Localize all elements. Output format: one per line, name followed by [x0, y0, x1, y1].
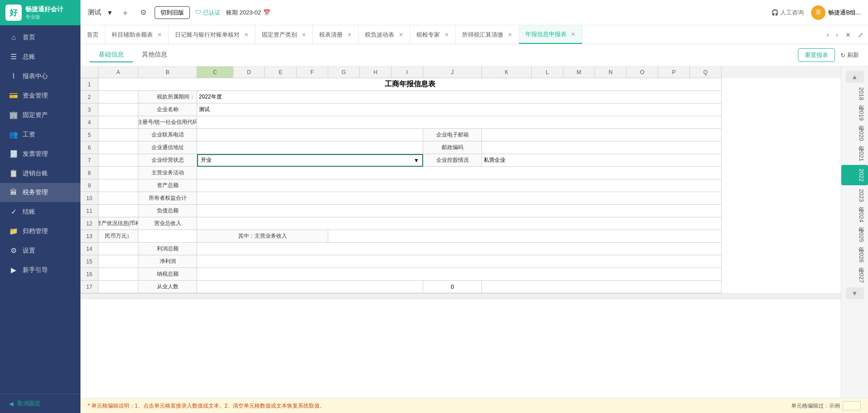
col-header-N[interactable]: N	[595, 66, 627, 78]
year-item-2022年[interactable]: 2022年	[841, 165, 868, 185]
cell-r16-B[interactable]: 纳税总额	[138, 268, 197, 281]
cell-r7-C[interactable]: 开业 ▼	[197, 154, 423, 167]
topbar-dropdown[interactable]: ▼	[107, 9, 113, 16]
col-header-C[interactable]: C	[197, 66, 233, 78]
col-header-O[interactable]: O	[627, 66, 658, 78]
cell-r12-A[interactable]: 企业资产状况信息(币种：人	[99, 217, 138, 230]
tab-close-icon[interactable]: ✕	[302, 32, 306, 38]
tab-expand-btn[interactable]: ⤢	[855, 29, 866, 40]
cell-r15-B[interactable]: 净利润	[138, 255, 197, 268]
cell-r2-B[interactable]: 税款所属期间：	[138, 91, 197, 103]
form-tab-基础信息[interactable]: 基础信息	[90, 48, 133, 62]
year-item-2020年[interactable]: 2020年	[841, 124, 868, 145]
cell-r2-A[interactable]	[99, 91, 138, 103]
col-header-L[interactable]: L	[532, 66, 563, 78]
cell-r17-B[interactable]: 从业人数	[138, 281, 197, 293]
cell-r6-C[interactable]	[197, 141, 423, 154]
cell-r15-C[interactable]	[197, 255, 722, 268]
title-cell[interactable]: 工商年报信息表	[99, 78, 722, 91]
cell-r14-B[interactable]: 利润总额	[138, 243, 197, 255]
horizontal-scrollbar[interactable]	[80, 293, 841, 300]
cell-r13-G[interactable]	[328, 230, 722, 243]
cell-r4-C[interactable]	[197, 116, 722, 129]
cell-r5-A[interactable]	[99, 129, 138, 141]
tab-4[interactable]: 税表清册✕	[313, 25, 359, 44]
cell-r16-C[interactable]	[197, 268, 722, 281]
cell-r5-C[interactable]	[197, 129, 423, 141]
cell-r9-B[interactable]: 资产总额	[138, 179, 197, 192]
tab-close-icon[interactable]: ✕	[571, 31, 576, 38]
calendar-icon[interactable]: 📅	[263, 9, 270, 16]
tab-close-icon[interactable]: ✕	[244, 32, 249, 38]
cell-r5-B[interactable]: 企业联系电话	[138, 129, 197, 141]
tab-close-icon[interactable]: ✕	[157, 32, 162, 38]
col-header-E[interactable]: E	[265, 66, 297, 78]
cell-r4-A[interactable]	[99, 116, 138, 129]
cell-r15-A[interactable]	[99, 255, 138, 268]
service-btn[interactable]: 🎧 人工咨询	[771, 9, 804, 17]
cell-r9-A[interactable]	[99, 179, 138, 192]
tab-0[interactable]: 首页	[80, 25, 105, 44]
col-header-A[interactable]: A	[99, 66, 138, 78]
cell-r13-C[interactable]: 其中：主营业务收入	[197, 230, 328, 243]
cell-r6-A[interactable]	[99, 141, 138, 154]
tab-prev-btn[interactable]: ‹	[824, 29, 832, 40]
col-header-D[interactable]: D	[233, 66, 265, 78]
col-header-K[interactable]: K	[482, 66, 532, 78]
tab-close-icon[interactable]: ✕	[399, 32, 403, 38]
cell-r6-J[interactable]: 邮政编码	[423, 141, 482, 154]
cell-r7-J[interactable]: 企业控股情况	[423, 154, 482, 167]
cell-r12-C[interactable]	[197, 217, 722, 230]
sidebar-item-发票管理[interactable]: 🧾发票管理	[0, 144, 80, 164]
sidebar-item-工资[interactable]: 👥工资	[0, 125, 80, 144]
sidebar-item-总账[interactable]: ☰总账	[0, 47, 80, 66]
sidebar-item-税务管理[interactable]: 🏛税务管理	[0, 183, 80, 202]
year-item-2018年[interactable]: 2018年	[841, 84, 868, 104]
cell-r17-K[interactable]	[482, 281, 722, 293]
sidebar-item-归档管理[interactable]: 📁归档管理	[0, 221, 80, 241]
cell-r8-B[interactable]: 主营业务活动	[138, 167, 197, 179]
cell-r7-K[interactable]: 私营企业	[482, 154, 722, 167]
col-header-J[interactable]: J	[423, 66, 482, 78]
cell-r3-A[interactable]	[99, 103, 138, 116]
cell-r7-B[interactable]: 企业经营状态	[138, 154, 197, 167]
tab-next-btn[interactable]: ›	[833, 29, 841, 40]
tab-6[interactable]: 税检专家✕	[410, 25, 456, 44]
sidebar-item-设置[interactable]: ⚙设置	[0, 241, 80, 260]
cell-r14-C[interactable]	[197, 243, 722, 255]
cell-r8-C[interactable]	[197, 167, 722, 179]
sidebar-item-首页[interactable]: ⌂首页	[0, 28, 80, 47]
dropdown-arrow[interactable]: ▼	[414, 157, 419, 164]
cell-r2-C[interactable]: 2022年度	[197, 91, 722, 103]
col-header-M[interactable]: M	[563, 66, 595, 78]
sidebar-item-固定资产[interactable]: 🏢固定资产	[0, 105, 80, 125]
tab-close-icon[interactable]: ✕	[508, 32, 512, 38]
sidebar-item-新手引导[interactable]: ▶新手引导	[0, 260, 80, 280]
cell-r5-J[interactable]: 企业电子邮箱	[423, 129, 482, 141]
year-item-2025年[interactable]: 2025年	[841, 225, 868, 246]
sidebar-item-资金管理[interactable]: 💳资金管理	[0, 86, 80, 105]
add-btn[interactable]: ＋	[118, 6, 132, 19]
tab-close-icon[interactable]: ✕	[347, 32, 352, 38]
tab-7[interactable]: 所得税汇算清缴✕	[456, 25, 519, 44]
cell-r8-A[interactable]	[99, 167, 138, 179]
sidebar-unpin-btn[interactable]: ◀ 取消固定	[0, 394, 80, 413]
cell-r11-A[interactable]	[99, 205, 138, 217]
col-header-F[interactable]: F	[297, 66, 328, 78]
switch-version-btn[interactable]: 切到旧版	[155, 6, 190, 19]
cell-r14-A[interactable]	[99, 243, 138, 255]
cell-r17-C[interactable]	[197, 281, 423, 293]
cell-r3-B[interactable]: 企业名称	[138, 103, 197, 116]
cell-r10-B[interactable]: 所有者权益合计	[138, 192, 197, 205]
cell-r5-K[interactable]	[482, 129, 722, 141]
col-header-Q[interactable]: Q	[690, 66, 722, 78]
cell-r9-C[interactable]	[197, 179, 722, 192]
col-header-G[interactable]: G	[328, 66, 360, 78]
cell-r7-A[interactable]	[99, 154, 138, 167]
cell-r12-B[interactable]: 营业总收入	[138, 217, 197, 230]
year-item-2024年[interactable]: 2024年	[841, 206, 868, 226]
col-header-H[interactable]: H	[360, 66, 392, 78]
tab-close-all-btn[interactable]: ✕	[843, 29, 854, 40]
user-menu[interactable]: 通 畅捷通B组...	[811, 5, 861, 20]
cell-r10-A[interactable]	[99, 192, 138, 205]
